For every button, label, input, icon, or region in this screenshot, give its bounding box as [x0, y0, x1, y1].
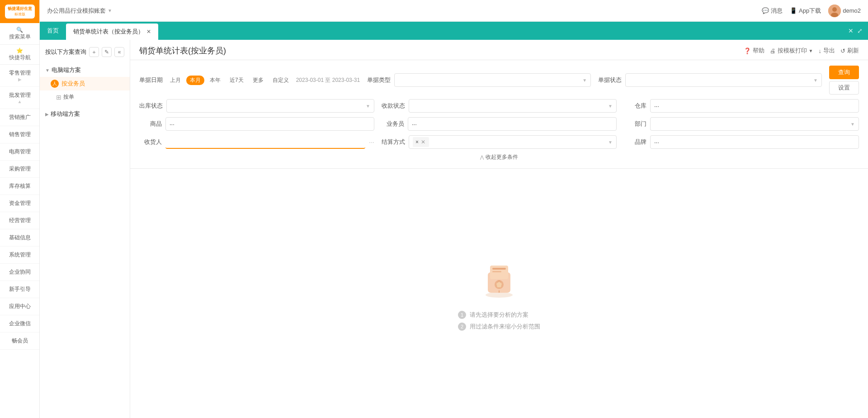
product-label: 商品 — [139, 120, 162, 128]
empty-hints: 1 请先选择要分析的方案 2 用过滤条件来缩小分析范围 — [458, 311, 540, 331]
topbar: 办公用品行业模拟账套 ▼ 💬 消息 📱 App下载 demo2 — [40, 0, 868, 22]
warehouse-select[interactable]: ··· — [650, 99, 859, 113]
export-btn[interactable]: ↓ 导出 — [819, 47, 835, 55]
product-select[interactable]: ··· — [165, 117, 374, 131]
tab-sales-stat[interactable]: 销货单统计表（按业务员） ✕ — [66, 24, 158, 40]
sidebar-item-purchase[interactable]: 采购管理 — [0, 161, 39, 178]
plan-sub-item-order[interactable]: ⊞ 按单 — [40, 90, 130, 104]
date-tab-thismonth[interactable]: 本月 — [186, 76, 204, 85]
logo-text: 畅捷通好生意 — [8, 6, 32, 12]
query-button[interactable]: 查询 — [829, 66, 859, 79]
user-menu[interactable]: demo2 — [828, 5, 861, 17]
user-name: demo2 — [843, 7, 861, 14]
collapse-filters-btn[interactable]: ⋀ 收起更多条件 — [475, 152, 524, 163]
sidebar-search-label: 搜索菜单 — [0, 33, 39, 41]
desktop-plan-section: ▼ 电脑端方案 人 按业务员 ⊞ 按单 — [40, 63, 130, 104]
salesperson-label: 业务员 — [382, 120, 404, 128]
doc-status-select[interactable]: ▼ — [625, 73, 822, 87]
plan-order-icon: ⊞ — [56, 94, 61, 101]
export-label: 导出 — [823, 47, 835, 55]
settlement-tag-close[interactable]: ✕ — [420, 138, 426, 146]
sidebar-item-basic[interactable]: 基础信息 — [0, 229, 39, 247]
search-icon: 🔍 — [0, 27, 39, 33]
date-label: 单据日期 — [139, 76, 163, 84]
message-btn[interactable]: 💬 消息 — [762, 7, 783, 15]
sidebar-logo[interactable]: 畅捷通好生意 标准版 — [0, 0, 39, 23]
date-tab-thisyear[interactable]: 本年 — [206, 76, 224, 85]
account-selector[interactable]: 办公用品行业模拟账套 ▼ — [47, 7, 112, 15]
refresh-btn[interactable]: ↺ 刷新 — [840, 47, 859, 55]
logo-sub: 标准版 — [8, 12, 32, 17]
stock-status-select[interactable]: ▼ — [166, 99, 374, 113]
chevron-right-icon: ▶ — [0, 77, 39, 82]
sidebar-item-sales[interactable]: 销售管理 — [0, 126, 39, 143]
doc-type-arrow: ▼ — [582, 78, 587, 83]
panel-actions: ＋ ✎ « — [89, 47, 124, 57]
sidebar-item-quick-nav[interactable]: ⭐ 快捷导航 — [0, 45, 39, 65]
add-plan-btn[interactable]: ＋ — [89, 47, 99, 57]
sidebar-item-wechat[interactable]: 企业微信 — [0, 315, 39, 332]
date-tab-custom[interactable]: 自定义 — [269, 76, 292, 85]
receiver-dots[interactable]: ··· — [369, 138, 374, 146]
date-tab-lastmonth[interactable]: 上月 — [166, 76, 184, 85]
stock-status-label: 出库状态 — [139, 102, 163, 110]
settings-button[interactable]: 设置 — [829, 81, 859, 95]
sidebar-item-ecommerce[interactable]: 电商管理 — [0, 143, 39, 161]
desktop-plan-toggle[interactable]: ▼ 电脑端方案 — [40, 63, 130, 77]
template-print-btn[interactable]: 🖨 按模板打印 ▼ — [770, 47, 813, 55]
sidebar-item-finance[interactable]: 资金管理 — [0, 195, 39, 212]
tab-close-icon[interactable]: ✕ — [146, 28, 151, 35]
plan-item-salesperson[interactable]: 人 按业务员 — [40, 77, 130, 90]
receiver-input[interactable] — [165, 135, 365, 149]
sidebar-purchase-label: 采购管理 — [0, 165, 39, 173]
sidebar-item-wholesale[interactable]: 批发管理 ▲ — [0, 87, 39, 109]
tab-expand[interactable]: ⤢ — [857, 27, 863, 34]
sidebar-item-inventory[interactable]: 库存核算 — [0, 178, 39, 195]
settlement-select[interactable]: × ✕ ▼ — [409, 135, 617, 149]
tab-home[interactable]: 首页 — [40, 22, 66, 40]
department-select[interactable]: ▼ — [650, 117, 859, 131]
page-header-actions: ❓ 帮助 🖨 按模板打印 ▼ ↓ 导出 ↺ 刷新 — [744, 47, 859, 55]
stock-status-arrow: ▼ — [366, 104, 370, 109]
sidebar-item-search[interactable]: 🔍 搜索菜单 — [0, 23, 39, 45]
hint-num-1: 1 — [458, 311, 466, 319]
sidebar-apps-label: 应用中心 — [0, 303, 39, 310]
sidebar-item-enterprise[interactable]: 企业协同 — [0, 264, 39, 281]
date-tab-7days[interactable]: 近7天 — [226, 76, 247, 85]
sidebar-item-marketing[interactable]: 营销推广 — [0, 109, 39, 126]
sidebar-item-vip[interactable]: 畅会员 — [0, 332, 39, 350]
print-icon: 🖨 — [770, 48, 776, 54]
edit-plan-btn[interactable]: ✎ — [102, 47, 112, 57]
dropdown-icon: ▼ — [108, 8, 112, 13]
tab-home-label: 首页 — [47, 27, 59, 35]
sidebar-item-apps[interactable]: 应用中心 — [0, 298, 39, 315]
tab-close-window[interactable]: ✕ — [848, 27, 854, 34]
sidebar-item-business[interactable]: 经营管理 — [0, 212, 39, 229]
sidebar-item-retail[interactable]: 零售管理 ▶ — [0, 65, 39, 87]
hint-text-2: 用过滤条件来缩小分析范围 — [470, 323, 540, 331]
payment-status-select[interactable]: ▼ — [409, 99, 617, 113]
brand-label: 品牌 — [624, 138, 646, 146]
sidebar-enterprise-label: 企业协同 — [0, 268, 39, 276]
svg-point-2 — [831, 13, 838, 17]
filter-area: 单据日期 上月 本月 本年 近7天 更多 自定义 2023-03-01 至 20… — [130, 60, 868, 169]
mobile-plan-toggle[interactable]: ▶ 移动端方案 — [40, 107, 130, 121]
date-tab-more[interactable]: 更多 — [249, 76, 267, 85]
template-print-label: 按模板打印 — [778, 47, 807, 55]
sidebar-item-newbie[interactable]: 新手引导 — [0, 281, 39, 298]
help-icon: ❓ — [744, 48, 751, 54]
brand-select[interactable]: ··· — [650, 135, 859, 149]
sidebar-item-system[interactable]: 系统管理 — [0, 247, 39, 264]
refresh-icon: ↺ — [840, 48, 845, 54]
doc-type-select[interactable]: ▼ — [394, 73, 591, 87]
salesperson-select[interactable]: ··· — [408, 117, 617, 131]
app-download-btn[interactable]: 📱 App下载 — [790, 7, 821, 15]
collapse-panel-btn[interactable]: « — [114, 47, 124, 57]
tab-sales-stat-label: 销货单统计表（按业务员） — [73, 28, 144, 36]
doc-type-label: 单据类型 — [367, 76, 391, 84]
svg-rect-6 — [492, 268, 506, 270]
phone-icon: 📱 — [790, 7, 797, 14]
message-label: 消息 — [771, 7, 783, 15]
collapse-label: 收起更多条件 — [486, 153, 518, 161]
help-btn[interactable]: ❓ 帮助 — [744, 47, 764, 55]
